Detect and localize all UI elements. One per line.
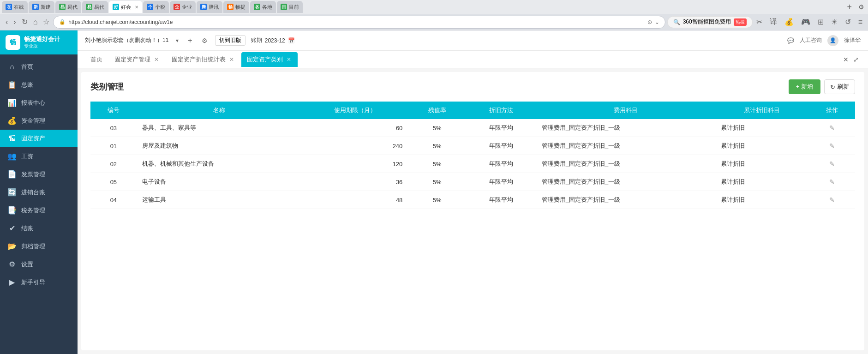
history-button[interactable]: ↺ <box>843 17 853 27</box>
edit-button-2[interactable]: ✎ <box>829 160 835 168</box>
sidebar-item-ledger[interactable]: 📋 总账 <box>0 76 78 94</box>
browser-tab-tab1[interactable]: 在 在线 <box>2 1 28 13</box>
game-button[interactable]: 🎮 <box>799 17 812 27</box>
expand-icon: ⌄ <box>655 19 659 25</box>
forward-button[interactable]: › <box>12 17 18 27</box>
cell-residual-3: 5% <box>408 173 466 191</box>
url-text: https://cloud.chanjet.com/accounting/uw1… <box>68 19 644 25</box>
add-account-button[interactable]: + <box>186 36 194 46</box>
cell-code-2: 02 <box>90 155 137 173</box>
translate-button[interactable]: 译 <box>768 16 779 28</box>
cut-button[interactable]: ✂ <box>754 17 764 27</box>
page-tab-label-home: 首页 <box>90 55 102 64</box>
reload-button[interactable]: ↻ <box>20 17 30 27</box>
sidebar-menu: ⌂ 首页📋 总账📊 报表中心💰 资金管理🏗 固定资产👥 工资📄 发票管理🔄 进销… <box>0 54 78 354</box>
menu-label-payroll: 工资 <box>21 152 33 161</box>
menu-label-archive: 归档管理 <box>21 242 45 251</box>
sidebar-item-purchase_sale[interactable]: 🔄 进销台账 <box>0 183 78 201</box>
page-title: 类别管理 <box>90 81 124 92</box>
table-row: 01房屋及建筑物2405%年限平均管理费用_固定资产折旧_一级累计折旧✎ <box>90 137 855 155</box>
browser-tab-tab3[interactable]: 易 易代 <box>55 1 81 13</box>
tab-label: 腾讯 <box>209 4 219 11</box>
cell-period-4: 48 <box>302 191 408 209</box>
edit-button-4[interactable]: ✎ <box>829 196 835 204</box>
col-header-residual: 残值率 <box>408 102 466 119</box>
menu-label-checkout: 结账 <box>21 224 33 233</box>
address-bar[interactable]: 🔒 https://cloud.chanjet.com/accounting/u… <box>53 16 665 29</box>
tab-label: 目前 <box>289 4 299 11</box>
menu-label-settings: 设置 <box>21 260 33 269</box>
bookmark-button[interactable]: ☆ <box>41 17 51 27</box>
sidebar-item-checkout[interactable]: ✔ 结账 <box>0 219 78 237</box>
edit-button-0[interactable]: ✎ <box>829 124 835 132</box>
tab-close-button[interactable]: ✕ <box>135 5 138 10</box>
tab-favicon: 个 <box>147 4 153 10</box>
browser-tab-tab6[interactable]: 个 个税 <box>143 1 169 13</box>
cell-residual-2: 5% <box>408 155 466 173</box>
close-window-button[interactable]: ✕ <box>841 55 850 64</box>
switch-version-button[interactable]: 切到旧版 <box>215 35 245 46</box>
sidebar-item-funds[interactable]: 💰 资金管理 <box>0 112 78 130</box>
menu-icon-tax: 📑 <box>7 206 17 215</box>
back-button[interactable]: ‹ <box>4 17 10 27</box>
settings-icon-button[interactable]: ⚙ <box>200 36 210 45</box>
sidebar-item-tax[interactable]: 📑 税务管理 <box>0 201 78 219</box>
cell-name-4: 运输工具 <box>137 191 302 209</box>
sidebar-item-invoice[interactable]: 📄 发票管理 <box>0 165 78 183</box>
table-row: 03器具、工具、家具等605%年限平均管理费用_固定资产折旧_一级累计折旧✎ <box>90 119 855 137</box>
sidebar-item-guide[interactable]: ▶ 新手引导 <box>0 273 78 291</box>
period-value: 2023-12 <box>265 37 285 44</box>
page-tab-home[interactable]: 首页 <box>85 52 108 67</box>
add-button[interactable]: + 新增 <box>789 79 820 94</box>
refresh-button[interactable]: ↻ 刷新 <box>824 79 855 94</box>
sidebar-item-fixed_assets[interactable]: 🏗 固定资产 <box>0 130 78 147</box>
logo-char: 畅 <box>10 38 16 47</box>
edit-button-1[interactable]: ✎ <box>829 142 835 150</box>
wallet-button[interactable]: 💰 <box>783 17 796 27</box>
browser-tab-tab10[interactable]: 各 各地 <box>250 1 276 13</box>
sidebar-item-payroll[interactable]: 👥 工资 <box>0 147 78 165</box>
browser-tabs-bar: 在 在线 新 新建 易 易代 易 易代 好 好会 ✕个 个税 企 企业 腾 腾讯… <box>0 0 868 14</box>
sidebar-item-archive[interactable]: 📂 归档管理 <box>0 237 78 255</box>
tab-label: 在线 <box>14 4 24 11</box>
tab-settings-button[interactable]: ⚙ <box>856 2 866 12</box>
grid-button[interactable]: ⊞ <box>816 17 826 27</box>
browser-tab-tab4[interactable]: 易 易代 <box>82 1 108 13</box>
cell-actions-4: ✎ <box>809 191 855 209</box>
cell-method-2: 年限平均 <box>466 155 536 173</box>
new-tab-button[interactable]: + <box>843 2 856 12</box>
menu-icon-home: ⌂ <box>7 63 17 71</box>
col-header-code: 编号 <box>90 102 137 119</box>
tab-favicon: 畅 <box>227 4 233 10</box>
browser-tab-tab2[interactable]: 新 新建 <box>29 1 54 13</box>
page-tab-fixed_asset_mgmt[interactable]: 固定资产管理 ✕ <box>109 52 165 67</box>
browser-tab-tab5[interactable]: 好 好会 ✕ <box>109 1 142 13</box>
page-tab-depreciation_table[interactable]: 固定资产折旧统计表 ✕ <box>166 52 240 67</box>
sidebar-item-home[interactable]: ⌂ 首页 <box>0 58 78 76</box>
tab-favicon: 易 <box>86 4 92 10</box>
app-container: 畅 畅捷通好会计 专业版 ⌂ 首页📋 总账📊 报表中心💰 资金管理🏗 固定资产👥… <box>0 30 868 354</box>
sidebar-item-reports[interactable]: 📊 报表中心 <box>0 94 78 112</box>
tab-favicon: 易 <box>59 4 66 10</box>
browser-tab-tab8[interactable]: 腾 腾讯 <box>197 1 222 13</box>
page-tab-close-depreciation_table[interactable]: ✕ <box>228 56 235 63</box>
cell-actions-2: ✎ <box>809 155 855 173</box>
maximize-window-button[interactable]: ⤢ <box>851 55 861 64</box>
menu-button[interactable]: ≡ <box>856 17 864 27</box>
browser-tab-tab11[interactable]: 目 目前 <box>277 1 303 13</box>
page-tab-close-fixed_asset_mgmt[interactable]: ✕ <box>153 56 160 63</box>
user-dropdown-button[interactable]: ▾ <box>174 36 180 45</box>
search-bar[interactable]: 🔍 360智能抠图免费用 热搜 <box>667 16 753 28</box>
sidebar-item-settings[interactable]: ⚙ 设置 <box>0 255 78 273</box>
page-tab-asset_category[interactable]: 固定资产类别 ✕ <box>241 52 298 67</box>
browser-tab-tab7[interactable]: 企 企业 <box>170 1 196 13</box>
home-button[interactable]: ⌂ <box>31 17 40 27</box>
logo-icon: 畅 <box>6 35 20 50</box>
page-tab-close-asset_category[interactable]: ✕ <box>286 56 292 63</box>
brightness-button[interactable]: ☀ <box>829 17 839 27</box>
browser-tab-tab9[interactable]: 畅 畅提 <box>223 1 249 13</box>
menu-icon-ledger: 📋 <box>7 80 17 89</box>
page-tab-label-depreciation_table: 固定资产折旧统计表 <box>172 55 226 64</box>
search-icon: 🔍 <box>673 19 680 25</box>
edit-button-3[interactable]: ✎ <box>829 178 835 186</box>
